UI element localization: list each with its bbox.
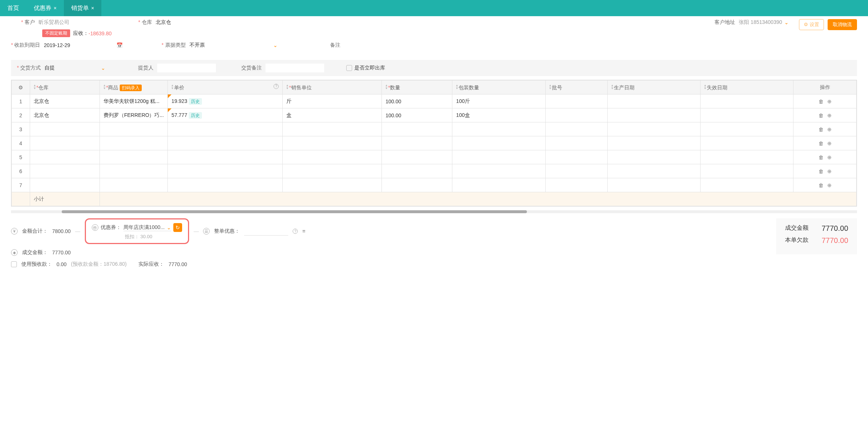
table-row[interactable]: 5 🗑⊕ [12,150,857,164]
table-row[interactable]: 1 北京仓 华美华夫软饼1200g 糕... 19.923历史 斤 100.00… [12,94,857,108]
equals-icon: = [302,228,305,234]
use-prepay-checkbox[interactable] [11,261,17,267]
immediate-label: 是否立即出库 [354,65,385,71]
gear-icon[interactable]: ⚙ [18,85,23,90]
picker-label: 提货人 [130,65,157,71]
table-row[interactable]: 4 🗑⊕ [12,136,857,150]
add-row-icon[interactable]: ⊕ [827,154,832,160]
tab-coupon[interactable]: 优惠券× [26,0,64,16]
remark-input[interactable] [344,41,428,50]
add-row-icon[interactable]: ⊕ [827,182,832,188]
col-unit: 销售单位 [291,85,312,90]
customer-value[interactable]: 昕乐贸易公司 [39,19,69,26]
delete-icon[interactable]: 🗑 [818,182,824,188]
delete-icon[interactable]: 🗑 [818,99,824,104]
sort-icon[interactable]: ▴▾ [286,84,288,90]
coupon-highlight-box: ㊕ 优惠券： 周年店庆满1000... ⌄ ↻ 抵扣： 30.00 [85,218,189,244]
deal-icon: ◈ [11,249,18,256]
col-exp-date: 失效日期 [707,85,727,90]
scan-badge[interactable]: 扫码录入 [120,85,142,91]
col-price: 单价 [174,85,184,90]
actual-receive-label: 实际应收： [138,261,164,268]
currency-icon: ¥ [11,228,18,235]
receivable-label: 应收： [73,30,88,37]
sort-icon[interactable]: ▴▾ [104,84,105,90]
use-prepay-label: 使用预收款： [21,261,52,268]
sort-icon[interactable]: ▴▾ [386,84,387,90]
invoice-type-value[interactable]: 不开票 [189,42,205,49]
customer-label: 客户 [11,19,39,26]
right-owed-label: 本单欠款 [785,236,809,245]
right-owed-value: 7770.00 [822,236,848,245]
tab-bar: 首页 优惠券× 销货单× [0,0,868,16]
add-row-icon[interactable]: ⊕ [827,126,832,132]
refresh-icon[interactable]: ↻ [173,223,182,232]
remark-label: 备注 [317,42,344,49]
warehouse-value[interactable]: 北京仓 [156,19,171,26]
close-icon[interactable]: × [54,5,57,11]
delete-icon[interactable]: 🗑 [818,112,824,118]
top-right-actions: ⚙ 设置 取消物流 [799,19,857,30]
chevron-down-icon[interactable]: ⌄ [782,19,791,25]
address-label: 客户地址 [711,19,739,26]
warehouse-label: 仓库 [128,19,156,26]
order-discount-input[interactable] [244,227,288,236]
deduct-value: 30.00 [140,234,152,239]
delete-icon[interactable]: 🗑 [818,154,824,160]
delivery-remark-label: 交货备注 [238,65,265,71]
payment-date-label: 收款到期日 [11,42,44,49]
delivery-method-value[interactable]: 自提 [44,65,55,71]
col-prod-date: 生产日期 [614,85,634,90]
delete-icon[interactable]: 🗑 [818,140,824,146]
table-row[interactable]: 2 北京仓 费列罗（FERRERO）巧... 57.777历史 盒 100.00… [12,108,857,122]
table-row[interactable]: 3 🗑⊕ [12,122,857,136]
delivery-section: 交货方式 自提 ⌄ 提货人 交货备注 是否立即出库 [11,60,857,76]
deal-amount-label: 成交金额： [22,249,48,256]
header-form: 客户 昕乐贸易公司 仓库 北京仓 客户地址 张阳 18513400390 ⌄ 不… [0,16,868,56]
sort-icon[interactable]: ▴▾ [704,84,706,90]
cancel-logistics-button[interactable]: 取消物流 [828,19,857,30]
deduct-label: 抵扣： [125,234,139,239]
right-deal-value: 7770.00 [822,224,848,233]
address-value[interactable]: 张阳 18513400390 [739,19,782,26]
add-row-icon[interactable]: ⊕ [827,112,832,118]
table-row[interactable]: 6 🗑⊕ [12,164,857,178]
chevron-down-icon[interactable]: ⌄ [271,42,280,48]
calendar-icon[interactable]: 📅 [114,42,125,48]
receivable-value: -18639.80 [88,31,112,36]
chevron-down-icon[interactable]: ⌄ [167,225,171,230]
col-action: 操作 [793,80,857,94]
settings-button[interactable]: ⚙ 设置 [799,19,824,30]
add-row-icon[interactable]: ⊕ [827,140,832,146]
immediate-checkbox[interactable] [346,65,352,71]
tab-sales-order[interactable]: 销货单× [64,0,101,16]
horizontal-scrollbar[interactable] [11,210,857,213]
col-quantity: 数量 [390,85,400,90]
chevron-down-icon[interactable]: ⌄ [99,65,108,71]
delete-icon[interactable]: 🗑 [818,168,824,174]
invoice-type-label: 票据类型 [162,42,189,49]
close-icon[interactable]: × [91,5,94,11]
sort-icon[interactable]: ▴▾ [611,84,613,90]
payment-date-value[interactable]: 2019-12-29 [44,42,70,48]
add-row-icon[interactable]: ⊕ [827,168,832,174]
coupon-select[interactable]: 周年店庆满1000... ⌄ [123,224,171,231]
discount-icon: ☰ [203,228,210,235]
delivery-remark-input[interactable] [265,64,324,72]
delivery-method-label: 交货方式 [17,65,44,71]
col-product: 商品 [108,85,118,90]
col-batch: 批号 [552,85,562,90]
help-icon[interactable]: ? [274,84,279,89]
items-table: ⚙ ▴▾*仓库 ▴▾*商品扫码录入 ▴▾单价? ▴▾*销售单位 ▴▾*数量 ▴▾… [11,80,857,207]
sort-icon[interactable]: ▴▾ [171,84,173,90]
delete-icon[interactable]: 🗑 [818,126,824,132]
tab-home[interactable]: 首页 [0,0,26,16]
table-row[interactable]: 7 🗑⊕ [12,178,857,192]
sort-icon[interactable]: ▴▾ [34,84,36,90]
sort-icon[interactable]: ▴▾ [456,84,458,90]
sort-icon[interactable]: ▴▾ [549,84,551,90]
add-row-icon[interactable]: ⊕ [827,99,832,104]
help-icon[interactable]: ? [293,229,298,234]
picker-input[interactable] [157,64,216,72]
col-warehouse: 仓库 [38,85,48,90]
